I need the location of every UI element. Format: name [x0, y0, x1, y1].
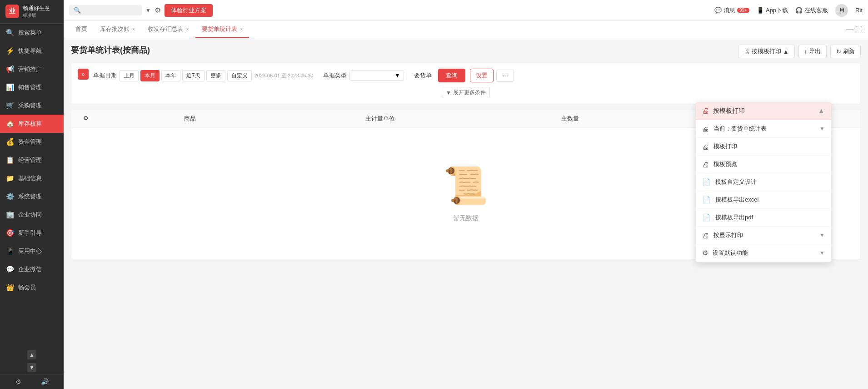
sidebar-scroll-up[interactable]: ▲: [0, 349, 64, 361]
expand-more-icon: ▼: [446, 90, 451, 96]
logo-icon: 业: [5, 5, 19, 18]
print-icon: 🖨: [744, 48, 750, 55]
dropdown-template-custom[interactable]: 📄 模板自定义设计: [696, 173, 831, 191]
sidebar-item-purchase[interactable]: 🛒 采购管理: [0, 96, 64, 115]
enterprise-icon: 🏢: [5, 210, 15, 219]
sidebar-item-quick-nav[interactable]: ⚡ 快捷导航: [0, 42, 64, 60]
online-service-item[interactable]: 🎧 在线客服: [795, 6, 828, 15]
more-options-button[interactable]: ⋯: [496, 70, 514, 82]
sidebar-item-guide[interactable]: 🎯 新手引导: [0, 224, 64, 242]
sidebar-item-label: 基础信息: [18, 174, 42, 182]
export-button[interactable]: ↑ 导出: [798, 45, 827, 58]
app-download-item[interactable]: 📱 App下载: [757, 6, 788, 15]
page-content: 要货单统计表(按商品) 🖨 按模板打印 ▲ ↑ 导出 ↻ 刷新 » 单据日: [64, 38, 868, 389]
sound-footer-button[interactable]: 🔊: [41, 378, 49, 385]
sidebar-item-search[interactable]: 🔍 搜索菜单: [0, 24, 64, 42]
sidebar-item-member[interactable]: 👑 畅会员: [0, 278, 64, 297]
sidebar-item-base-info[interactable]: 📁 基础信息: [0, 169, 64, 187]
th-settings[interactable]: ⚙: [77, 115, 95, 123]
dropdown-title: 按模板打印: [713, 107, 745, 115]
finance-icon: 💰: [5, 137, 15, 147]
sidebar-item-enterprise[interactable]: 🏢 企业协同: [0, 206, 64, 224]
message-icon: 💬: [714, 7, 722, 14]
sidebar-item-wechat[interactable]: 💬 企业微信: [0, 260, 64, 278]
quick-nav-icon: ⚡: [5, 46, 15, 56]
dropdown-current-template[interactable]: 🖨 当前：要货单统计表 ▼: [696, 120, 831, 138]
dropdown-template-preview[interactable]: 🖨 模板预览: [696, 156, 831, 173]
current-template-label: 当前：要货单统计表: [713, 125, 815, 133]
sidebar-item-finance[interactable]: 💰 资金管理: [0, 133, 64, 151]
dropdown-panel: 🖨 按模板打印 ▲ 🖨 当前：要货单统计表 ▼ 🖨 模板打印 🖨 模板预览 📄: [695, 102, 832, 263]
sidebar-item-label: 企业微信: [18, 265, 42, 273]
sidebar-item-operations[interactable]: 📋 经营管理: [0, 151, 64, 169]
search-input[interactable]: [84, 7, 129, 14]
tab-order-stats[interactable]: 要货单统计表 ×: [195, 21, 249, 38]
sidebar-item-sales[interactable]: 📊 销售管理: [0, 78, 64, 96]
service-icon: 🎧: [795, 7, 803, 14]
print-template-button[interactable]: 🖨 按模板打印 ▲: [738, 45, 795, 58]
user-avatar[interactable]: 用: [835, 4, 848, 17]
dropdown-display-print[interactable]: 🖨 按显示打印 ▼: [696, 227, 831, 244]
dropdown-default-func[interactable]: ⚙ 设置默认功能 ▼: [696, 244, 831, 262]
date-prev-month-button[interactable]: 上月: [120, 70, 139, 81]
date-custom-button[interactable]: 自定义: [227, 70, 252, 81]
message-item[interactable]: 💬 消息 99+: [714, 6, 749, 15]
settings-button[interactable]: 设置: [470, 69, 494, 82]
sidebar-item-label: 资金管理: [18, 138, 42, 146]
th-product: 商品: [95, 115, 285, 123]
tab-close-inventory-batch[interactable]: ×: [132, 26, 135, 32]
export-label: 导出: [809, 47, 821, 56]
wechat-icon: 💬: [5, 265, 15, 274]
sidebar-item-app-center[interactable]: 📱 应用中心: [0, 242, 64, 260]
tab-close-order-stats[interactable]: ×: [240, 26, 243, 32]
tab-close-receipt-summary[interactable]: ×: [186, 26, 189, 32]
base-info-icon: 📁: [5, 174, 15, 183]
sidebar-nav: ⚡ 快捷导航 📢 营销推广 📊 销售管理 🛒 采购管理 🏠 库存核算 💰 资金管…: [0, 42, 64, 349]
type-select-arrow: ▼: [394, 72, 400, 79]
date-current-year-button[interactable]: 本年: [161, 70, 180, 81]
template-preview-label: 模板预览: [713, 160, 825, 168]
page-actions: 🖨 按模板打印 ▲ ↑ 导出 ↻ 刷新: [738, 45, 861, 58]
sidebar-scroll-down[interactable]: ▼: [0, 361, 64, 374]
tab-home[interactable]: 首页: [69, 21, 94, 38]
template-custom-label: 模板自定义设计: [715, 178, 825, 186]
tab-minimize-button[interactable]: —: [846, 25, 853, 34]
dropdown-template-print[interactable]: 🖨 模板打印: [696, 138, 831, 156]
refresh-label: 刷新: [843, 47, 855, 56]
type-filter-select[interactable]: ▼: [349, 71, 404, 81]
tab-receipt-summary[interactable]: 收发存汇总表 ×: [141, 21, 195, 38]
tab-maximize-button[interactable]: ⛶: [855, 25, 863, 34]
refresh-button[interactable]: ↻ 刷新: [830, 45, 861, 58]
query-button[interactable]: 查询: [438, 69, 465, 82]
topbar-dropdown[interactable]: ▼: [145, 7, 151, 14]
tabs-bar: 首页 库存批次账 × 收发存汇总表 × 要货单统计表 × — ⛶: [64, 21, 868, 38]
date-last-7days-button[interactable]: 近7天: [182, 70, 205, 81]
topbar-gear-button[interactable]: ⚙: [155, 6, 161, 15]
sidebar-item-marketing[interactable]: 📢 营销推广: [0, 60, 64, 78]
scroll-up-button[interactable]: ▲: [27, 350, 36, 359]
tab-label: 库存批次账: [100, 25, 130, 33]
trial-button[interactable]: 体验行业方案: [165, 4, 213, 17]
display-print-label: 按显示打印: [713, 231, 815, 239]
settings-footer-button[interactable]: ⚙: [15, 378, 21, 385]
sidebar-item-label: 搜索菜单: [18, 29, 42, 37]
display-print-arrow: ▼: [819, 232, 825, 238]
sidebar-item-label: 营销推广: [18, 65, 42, 73]
sidebar-item-inventory[interactable]: 🏠 库存核算: [0, 115, 64, 133]
current-template-icon: 🖨: [702, 125, 709, 133]
type-filter-label: 单据类型: [323, 71, 347, 80]
dropdown-template-export-excel[interactable]: 📄 按模板导出excel: [696, 191, 831, 209]
date-current-month-button[interactable]: 本月: [140, 70, 160, 81]
filter-row2: ▼ 展开更多条件: [78, 87, 854, 98]
date-range-text: 2023-06-01 至 2023-06-30: [254, 72, 314, 79]
sidebar-item-system[interactable]: ⚙️ 系统管理: [0, 187, 64, 206]
search-box[interactable]: 🔍: [69, 5, 142, 15]
tab-label: 收发存汇总表: [148, 25, 183, 33]
tab-inventory-batch[interactable]: 库存批次账 ×: [94, 21, 141, 38]
date-more-button[interactable]: 更多: [206, 70, 225, 81]
expand-more-button[interactable]: ▼ 展开更多条件: [442, 87, 490, 98]
dropdown-close-button[interactable]: ▲: [818, 107, 825, 115]
dropdown-template-export-pdf[interactable]: 📄 按模板导出pdf: [696, 209, 831, 227]
scroll-down-button[interactable]: ▼: [27, 363, 36, 372]
filter-expand-button[interactable]: »: [78, 69, 89, 80]
